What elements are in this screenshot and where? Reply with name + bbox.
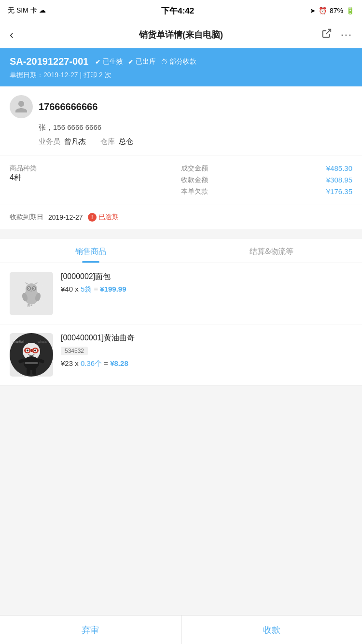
status-partial-label: 部分收款 — [169, 57, 196, 66]
order-number: SA-20191227-001 — [10, 56, 88, 67]
svg-text:兽+: 兽+ — [27, 304, 32, 307]
more-button[interactable]: ··· — [341, 28, 352, 41]
share-button[interactable] — [321, 28, 332, 41]
svg-point-9 — [33, 288, 34, 289]
product-thumb-1: 兽+ — [10, 272, 53, 315]
overdue-label: 已逾期 — [98, 213, 119, 222]
status-activated-label: 已生效 — [103, 57, 123, 66]
check-icon-shipped: ✔ — [128, 58, 134, 66]
product-thumb-2: martial whata — [10, 333, 53, 377]
stats-row-owed: 本单欠款 ¥176.35 — [181, 187, 352, 196]
avatar — [10, 95, 33, 118]
nav-bar: ‹ 销货单详情(来自电脑) ··· — [0, 21, 362, 48]
stats-row-deal: 成交金额 ¥485.30 — [181, 164, 352, 173]
product-price-2: ¥23 x 0.36个 = ¥8.28 — [61, 359, 352, 368]
status-bar: 无 SIM 卡 ☁ 下午4:42 ➤ ⏰ 87% 🔋 — [0, 0, 362, 21]
svg-rect-28 — [32, 369, 36, 375]
bottom-spacer — [0, 386, 362, 420]
stats-section: 商品种类 4种 成交金额 ¥485.30 收款金额 ¥308.95 本单欠款 ¥… — [0, 155, 362, 205]
product-item-2: martial whata [000400001]黄油曲奇 534532 ¥23… — [0, 324, 362, 386]
collect-payment-button[interactable]: 收款 — [181, 616, 362, 644]
collect-payment-label: 收款 — [263, 624, 280, 636]
product-name-2: [000400001]黄油曲奇 — [61, 333, 352, 343]
product-total-1: ¥199.99 — [100, 285, 126, 293]
alarm-icon: ⏰ — [319, 7, 327, 14]
status-left: 无 SIM 卡 ☁ — [8, 6, 46, 15]
svg-text:martial: martial — [13, 339, 24, 344]
order-banner-top: SA-20191227-001 ✔ 已生效 ✔ 已出库 ⏱ 部分收款 — [10, 56, 352, 67]
overdue-icon: ! — [88, 213, 97, 222]
back-button[interactable]: ‹ — [10, 29, 14, 41]
product-name-1: [0000002]面包 — [61, 272, 352, 282]
tab-products-label: 销售商品 — [75, 247, 106, 255]
order-banner-sub: 单据日期：2019-12-27 | 打印 2 次 — [10, 71, 352, 80]
battery-level: 87% — [330, 7, 343, 14]
svg-line-0 — [326, 29, 331, 34]
svg-point-8 — [28, 288, 29, 289]
svg-point-23 — [27, 350, 28, 351]
product-types-value: 4种 — [10, 173, 181, 183]
check-icon-activated: ✔ — [95, 58, 101, 66]
stats-row-received: 收款金额 ¥308.95 — [181, 176, 352, 184]
nav-actions: ··· — [321, 28, 352, 41]
product-item: 兽+ [0000002]面包 ¥40 x 5袋 = ¥199.99 — [0, 263, 362, 324]
due-date-value: 2019-12-27 — [48, 213, 83, 221]
tab-products[interactable]: 销售商品 — [0, 239, 181, 263]
customer-top: 17666666666 — [10, 95, 352, 118]
sales-rep-field: 业务员 曾凡杰 — [39, 137, 86, 146]
bottom-bar: 弃审 收款 — [0, 615, 362, 644]
status-right: ➤ ⏰ 87% 🔋 — [310, 7, 354, 14]
deal-amount-label: 成交金额 — [181, 164, 208, 173]
svg-rect-27 — [27, 369, 30, 375]
page-title: 销货单详情(来自电脑) — [139, 29, 223, 41]
location-icon: ➤ — [310, 7, 316, 14]
svg-rect-26 — [25, 362, 38, 364]
section-gap — [0, 234, 362, 239]
sales-rep-label: 业务员 — [39, 137, 60, 145]
product-info-2: [000400001]黄油曲奇 534532 ¥23 x 0.36个 = ¥8.… — [61, 333, 352, 368]
customer-section: 17666666666 张，156 6666 6666 业务员 曾凡杰 仓库 总… — [0, 86, 362, 155]
sales-rep-value: 曾凡杰 — [64, 137, 86, 145]
order-banner: SA-20191227-001 ✔ 已生效 ✔ 已出库 ⏱ 部分收款 单据日期：… — [0, 48, 362, 86]
status-tag-activated: ✔ 已生效 — [95, 57, 123, 66]
received-amount-label: 收款金额 — [181, 176, 208, 184]
deal-amount-value: ¥485.30 — [326, 164, 352, 173]
status-shipped-label: 已出库 — [136, 57, 156, 66]
owed-amount-label: 本单欠款 — [181, 187, 208, 196]
status-tag-shipped: ✔ 已出库 — [128, 57, 156, 66]
product-info-1: [0000002]面包 ¥40 x 5袋 = ¥199.99 — [61, 272, 352, 294]
received-amount-value: ¥308.95 — [326, 176, 352, 184]
clock-icon-partial: ⏱ — [161, 58, 167, 66]
status-time: 下午4:42 — [161, 5, 194, 16]
svg-rect-20 — [31, 349, 32, 352]
customer-meta: 业务员 曾凡杰 仓库 总仓 — [10, 137, 352, 146]
product-types-label: 商品种类 — [10, 164, 181, 173]
product-price-1: ¥40 x 5袋 = ¥199.99 — [61, 285, 352, 294]
due-section: 收款到期日 2019-12-27 ! 已逾期 — [0, 205, 362, 229]
svg-point-24 — [34, 350, 36, 351]
tab-settlement[interactable]: 结算&物流等 — [181, 239, 362, 263]
status-tag-partial: ⏱ 部分收款 — [161, 57, 196, 66]
stats-left: 商品种类 4种 — [10, 164, 181, 183]
warehouse-label: 仓库 — [100, 137, 115, 145]
tab-settlement-label: 结算&物流等 — [250, 247, 293, 255]
stats-right: 成交金额 ¥485.30 收款金额 ¥308.95 本单欠款 ¥176.35 — [181, 164, 352, 196]
battery-icon: 🔋 — [346, 7, 354, 14]
customer-contact: 张，156 6666 6666 — [10, 123, 352, 132]
status-tags: ✔ 已生效 ✔ 已出库 ⏱ 部分收款 — [95, 57, 196, 66]
product-qty-2: 0.36个 — [81, 359, 102, 367]
overdue-badge: ! 已逾期 — [88, 213, 119, 222]
product-list: 兽+ [0000002]面包 ¥40 x 5袋 = ¥199.99 — [0, 263, 362, 386]
product-total-2: ¥8.28 — [110, 359, 128, 367]
customer-name: 17666666666 — [39, 101, 97, 112]
warehouse-field: 仓库 总仓 — [100, 137, 133, 146]
svg-text:whata: whata — [37, 340, 47, 343]
warehouse-value: 总仓 — [119, 137, 133, 145]
tabs-container: 销售商品 结算&物流等 — [0, 239, 362, 263]
product-qty-1: 5袋 — [81, 285, 92, 293]
owed-amount-value: ¥176.35 — [326, 187, 352, 196]
abandon-review-button[interactable]: 弃审 — [0, 616, 181, 644]
product-sku-2: 534532 — [61, 347, 88, 355]
due-label: 收款到期日 — [10, 213, 43, 222]
abandon-review-label: 弃审 — [82, 624, 99, 636]
